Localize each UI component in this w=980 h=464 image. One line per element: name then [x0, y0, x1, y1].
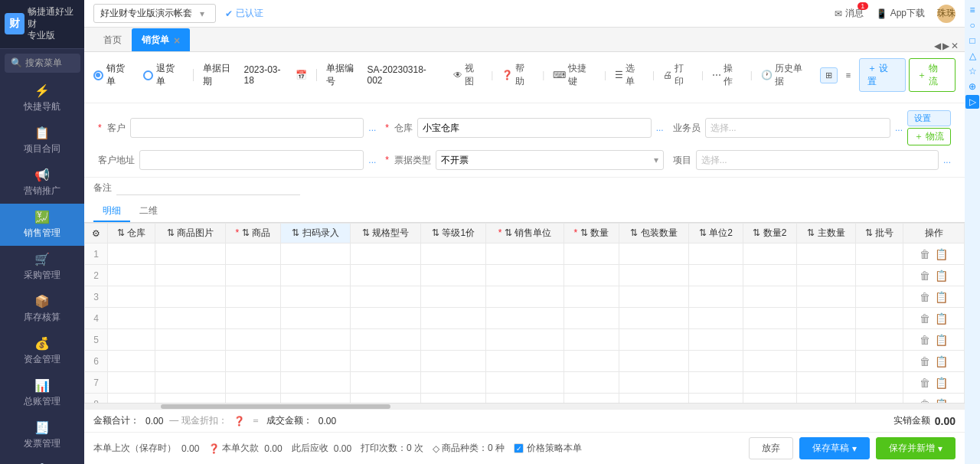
row-product-img[interactable] [155, 372, 226, 394]
row-product-img[interactable] [155, 394, 226, 404]
row-batch[interactable] [855, 308, 903, 329]
sort-icon[interactable]: ⇅ [117, 227, 125, 238]
row-sales-unit[interactable] [486, 265, 564, 286]
row-warehouse[interactable] [108, 351, 155, 372]
row-pack-qty[interactable] [619, 372, 689, 394]
row-product[interactable] [225, 329, 280, 351]
sidebar-item-purchase[interactable]: 🛒 采购管理 [0, 246, 84, 288]
history-button[interactable]: 🕐 历史单据 [756, 59, 817, 91]
row-batch[interactable] [855, 286, 903, 308]
th-settings[interactable]: ⚙ [85, 224, 108, 243]
row-unit2[interactable] [689, 351, 743, 372]
sort-icon[interactable]: ⇅ [807, 227, 815, 238]
chevron-down-icon[interactable]: ▾ [938, 443, 942, 454]
row-pack-qty[interactable] [619, 243, 689, 265]
sort-icon[interactable]: ⇅ [292, 227, 299, 238]
sub-tab-detail[interactable]: 明细 [93, 201, 130, 222]
tab-next-icon[interactable]: ▶ [942, 41, 949, 51]
row-sales-unit[interactable] [486, 394, 564, 404]
row-qty2[interactable] [743, 394, 796, 404]
row-batch[interactable] [855, 329, 903, 351]
copy-icon[interactable]: 📋 [935, 291, 948, 303]
delete-icon[interactable]: 🗑 [920, 377, 930, 389]
chevron-down-icon[interactable]: ▾ [852, 443, 857, 454]
row-price1[interactable] [421, 243, 486, 265]
sort-icon[interactable]: ⇅ [630, 227, 638, 238]
row-quantity[interactable] [564, 243, 619, 265]
row-product[interactable] [225, 265, 280, 286]
row-product-img[interactable] [155, 351, 226, 372]
customer-input[interactable] [130, 118, 364, 138]
row-price1[interactable] [421, 372, 486, 394]
row-quantity[interactable] [564, 286, 619, 308]
row-sales-unit[interactable] [486, 329, 564, 351]
rp-icon-4[interactable]: △ [965, 49, 979, 63]
row-quantity[interactable] [564, 308, 619, 329]
delete-icon[interactable]: 🗑 [920, 248, 930, 260]
row-batch-import[interactable] [280, 308, 351, 329]
sidebar-item-finance[interactable]: 💰 资金管理 [0, 330, 84, 372]
row-qty2[interactable] [743, 329, 796, 351]
date-value[interactable]: 2023-03-18 [243, 64, 290, 86]
address-input[interactable] [139, 150, 364, 170]
tab-close-all-icon[interactable]: ✕ [951, 41, 959, 51]
row-batch[interactable] [855, 351, 903, 372]
row-unit2[interactable] [689, 265, 743, 286]
horizontal-scrollbar[interactable] [84, 403, 965, 409]
row-unit2[interactable] [689, 394, 743, 404]
row-batch[interactable] [855, 265, 903, 286]
sidebar-item-inventory[interactable]: 📦 库存核算 [0, 288, 84, 330]
set-button[interactable]: ＋ 设置 [859, 58, 906, 92]
select-button[interactable]: ☰ 选单 [609, 59, 649, 91]
row-spec[interactable] [351, 265, 421, 286]
row-batch-import[interactable] [280, 265, 351, 286]
add-logistics-button[interactable]: ＋ 物流 [909, 58, 956, 92]
row-main-qty[interactable] [796, 265, 855, 286]
row-batch-import[interactable] [280, 394, 351, 404]
row-spec[interactable] [351, 351, 421, 372]
row-batch[interactable] [855, 394, 903, 404]
rp-icon-1[interactable]: ≡ [965, 3, 979, 17]
row-price1[interactable] [421, 265, 486, 286]
sidebar-item-marketing[interactable]: 📢 营销推广 [0, 162, 84, 204]
row-main-qty[interactable] [796, 329, 855, 351]
row-product-img[interactable] [155, 243, 226, 265]
copy-icon[interactable]: 📋 [935, 248, 948, 260]
view-button[interactable]: 👁 视图 [448, 59, 488, 91]
row-qty2[interactable] [743, 265, 796, 286]
row-product[interactable] [225, 372, 280, 394]
row-unit2[interactable] [689, 329, 743, 351]
row-product[interactable] [225, 286, 280, 308]
copy-icon[interactable]: 📋 [935, 377, 948, 389]
shortcut-button[interactable]: ⌨ 快捷键 [547, 59, 601, 91]
sidebar-item-accounting[interactable]: 📊 总账管理 [0, 372, 84, 414]
salesperson-more-icon[interactable]: ... [895, 123, 903, 133]
row-batch[interactable] [855, 372, 903, 394]
row-sales-unit[interactable] [486, 351, 564, 372]
row-unit2[interactable] [689, 243, 743, 265]
row-quantity[interactable] [564, 394, 619, 404]
delete-icon[interactable]: 🗑 [920, 312, 930, 325]
note-input[interactable] [116, 181, 300, 195]
row-quantity[interactable] [564, 372, 619, 394]
row-spec[interactable] [351, 308, 421, 329]
row-spec[interactable] [351, 286, 421, 308]
scrollbar-thumb[interactable] [161, 404, 390, 409]
sort-icon[interactable]: ⇅ [432, 227, 439, 238]
add-action-button[interactable]: ＋物流 [907, 128, 951, 145]
rp-icon-6[interactable]: ⊕ [965, 80, 979, 93]
delete-icon[interactable]: 🗑 [920, 334, 930, 346]
warehouse-input[interactable]: 小宝仓库 [417, 118, 652, 138]
row-product-img[interactable] [155, 308, 226, 329]
row-product[interactable] [225, 351, 280, 372]
sort-icon[interactable]: ⇅ [580, 227, 588, 238]
sidebar-item-project[interactable]: 📋 项目合同 [0, 119, 84, 162]
row-sales-unit[interactable] [486, 243, 564, 265]
customer-more-icon[interactable]: ... [368, 123, 376, 133]
row-warehouse[interactable] [108, 329, 155, 351]
radio-sales-order[interactable]: 销货单 [93, 62, 134, 88]
print-button[interactable]: 🖨 打印 [658, 59, 698, 91]
set-action-button[interactable]: 设置 [907, 110, 951, 126]
delete-icon[interactable]: 🗑 [920, 270, 930, 282]
calendar-icon[interactable]: 📅 [296, 70, 307, 80]
